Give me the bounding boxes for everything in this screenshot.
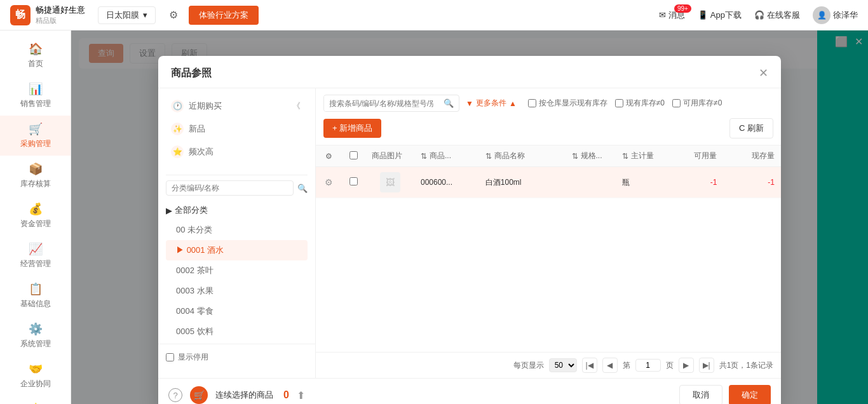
new-label: 新品 [189, 123, 205, 135]
chevron-down-icon: ▾ [143, 10, 147, 20]
product-search-button[interactable]: 🔍 [438, 95, 459, 111]
row-checkbox[interactable] [349, 177, 358, 185]
page-size-label: 每页显示 [513, 360, 544, 371]
system-icon: ⚙️ [29, 322, 43, 336]
td-img: 🖼 [365, 167, 414, 198]
category-tea[interactable]: 0002 茶叶 [166, 260, 308, 281]
refresh-button[interactable]: C 刷新 [729, 118, 773, 138]
check-available-label[interactable]: 可用库存≠0 [672, 98, 722, 109]
category-search-input[interactable] [166, 180, 294, 196]
expand-arrow-icon: ▶ [166, 206, 172, 215]
th-unit-sortable[interactable]: ⇅ 主计量 [622, 151, 660, 161]
mobile-icon: 📱 [698, 10, 708, 20]
category-beverages[interactable]: 0005 饮料 [166, 321, 308, 342]
sidebar-item-enterprise[interactable]: 🤝 企业协同 [0, 356, 71, 396]
user-avatar[interactable]: 👤 徐泽华 [813, 6, 858, 24]
sales-icon: 📊 [29, 82, 43, 96]
modal-footer: ? 🛒 连续选择的商品 0 ⬆ 取消 确定 [158, 378, 781, 404]
sidebar-item-home[interactable]: 🏠 首页 [0, 36, 71, 76]
th-code: ⇅ 商品... [414, 145, 479, 167]
collapse-button[interactable]: 《 [290, 100, 302, 112]
check-available-text: 可用库存≠0 [683, 98, 722, 109]
category-search-icon[interactable]: 🔍 [297, 184, 308, 193]
sidebar-item-system[interactable]: ⚙️ 系统管理 [0, 316, 71, 356]
category-liquor[interactable]: ▶ 0001 酒水 [166, 240, 308, 260]
th-code-sortable[interactable]: ⇅ 商品... [421, 151, 473, 161]
app-label: App下载 [710, 10, 742, 21]
category-fruit[interactable]: 0003 水果 [166, 281, 308, 301]
cancel-button[interactable]: 取消 [679, 385, 722, 404]
help-icon[interactable]: ? [168, 388, 182, 402]
quick-link-recent[interactable]: 🕐 近期购买 《 [166, 96, 308, 116]
app-download-button[interactable]: 📱 App下载 [698, 10, 742, 21]
category-snacks[interactable]: 0004 零食 [166, 301, 308, 321]
logo-subtitle: 精品版 [36, 16, 85, 25]
last-page-button[interactable]: ▶| [699, 358, 714, 373]
page-number-input[interactable] [635, 359, 661, 372]
finance-icon: 💰 [29, 202, 43, 216]
business-icon: 📈 [29, 242, 43, 256]
check-nonzero-label[interactable]: 现有库存≠0 [615, 98, 665, 109]
check-available[interactable] [672, 99, 681, 107]
th-stock-label: 现存量 [752, 151, 775, 160]
check-stock-label[interactable]: 按仓库显示现有库存 [528, 98, 607, 109]
cart-button[interactable]: 🛒 [190, 386, 208, 404]
sidebar-item-sales[interactable]: 📊 销售管理 [0, 76, 71, 116]
page-label: 第 [623, 360, 630, 371]
check-nonzero[interactable] [615, 99, 623, 107]
messages-button[interactable]: ✉ 消息 99 [659, 10, 685, 21]
check-stock-text: 按仓库显示现有库存 [539, 98, 607, 109]
collapse-arrow-icon[interactable]: ⬆ [297, 389, 305, 401]
modal-header: 商品参照 ✕ [158, 56, 781, 88]
sidebar-item-inventory[interactable]: 📦 库存核算 [0, 156, 71, 196]
check-stock[interactable] [528, 99, 536, 107]
th-stock: 现存量 [723, 145, 781, 167]
avatar: 👤 [813, 6, 831, 24]
product-search-input[interactable] [324, 96, 438, 111]
category-list: ▶ 全部分类 00 未分类 ▶ 0001 酒水 0002 茶叶 0003 水果 … [158, 201, 315, 344]
th-img-sortable[interactable]: 商品图片 [372, 151, 408, 161]
first-page-button[interactable]: |◀ [582, 358, 597, 373]
sidebar-item-basic-info[interactable]: 📋 基础信息 [0, 276, 71, 316]
sidebar-item-finance[interactable]: 💰 资金管理 [0, 196, 71, 236]
product-reference-modal: 商品参照 ✕ 🕐 近期购买 《 [158, 56, 781, 404]
all-categories[interactable]: ▶ 全部分类 [166, 201, 308, 220]
show-disabled-checkbox[interactable] [166, 353, 174, 361]
recent-icon: 🕐 [171, 100, 184, 112]
td-name: 白酒100ml [479, 167, 566, 198]
gear-icon[interactable]: ⚙ [325, 152, 332, 161]
product-available-qty: -1 [710, 178, 717, 187]
online-service-button[interactable]: 🎧 在线客服 [754, 10, 800, 21]
table-row[interactable]: ⚙ 🖼 [316, 167, 781, 198]
trial-button[interactable]: 体验行业方案 [189, 6, 259, 25]
sidebar-item-business[interactable]: 📈 经营管理 [0, 236, 71, 276]
select-all-checkbox[interactable] [349, 151, 358, 159]
sidebar-label-finance: 资金管理 [20, 219, 51, 229]
logo-title: 畅捷通好生意 [36, 4, 85, 16]
sidebar-item-purchase[interactable]: 🛒 采购管理 [0, 116, 71, 156]
pagination: 每页显示 50 |◀ ◀ 第 页 ▶ ▶| 共1页，1条记录 [316, 352, 781, 378]
sidebar-item-guide[interactable]: 🌟 新手引导 [0, 396, 71, 404]
footer-buttons: 取消 确定 [679, 385, 771, 404]
quick-link-frequent[interactable]: ⭐ 频次高 [166, 142, 308, 162]
add-product-button[interactable]: + 新增商品 [323, 119, 381, 138]
prev-page-button[interactable]: ◀ [602, 358, 618, 373]
row-gear-icon[interactable]: ⚙ [325, 177, 333, 187]
filter-more-button[interactable]: ▼ 更多条件 ▲ [466, 98, 517, 109]
sidebar: 🏠 首页 📊 销售管理 🛒 采购管理 📦 库存核算 💰 资金管理 📈 经营管理 … [0, 30, 71, 404]
company-selector[interactable]: 日太阳膜 ▾ [98, 6, 156, 24]
settings-icon[interactable]: ⚙ [163, 5, 184, 25]
avatar-icon: 👤 [817, 11, 827, 20]
cart-count: 0 [283, 389, 289, 401]
page-size-select[interactable]: 50 [549, 358, 577, 372]
category-uncategorized[interactable]: 00 未分类 [166, 220, 308, 240]
modal-close-button[interactable]: ✕ [759, 66, 768, 80]
th-name-sortable[interactable]: ⇅ 商品名称 [485, 151, 559, 161]
th-spec-sortable[interactable]: ⇅ 规格... [572, 151, 609, 161]
filter-label: 更多条件 [476, 98, 506, 109]
quick-links: 🕐 近期购买 《 ✨ 新品 ⭐ 频次高 [158, 96, 315, 170]
quick-link-new[interactable]: ✨ 新品 [166, 119, 308, 139]
confirm-button[interactable]: 确定 [729, 385, 771, 404]
next-page-button[interactable]: ▶ [679, 358, 694, 373]
th-check [342, 145, 365, 167]
